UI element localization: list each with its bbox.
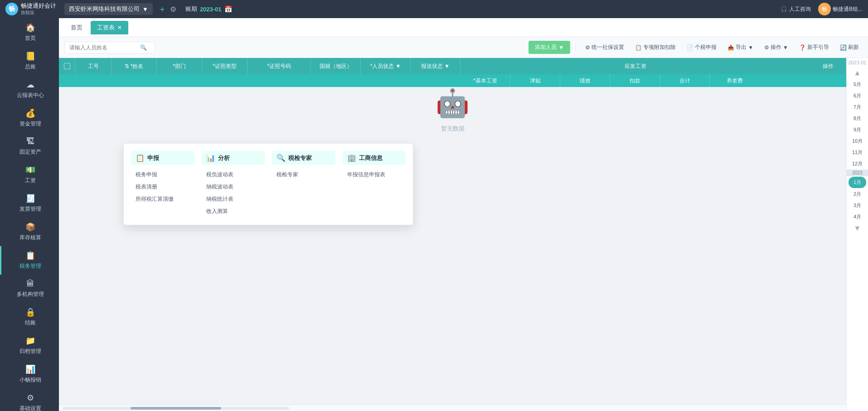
sidebar-item-invoice[interactable]: 🧾 发票管理 (0, 189, 59, 218)
empty-text: 暂无数据 (441, 125, 465, 133)
operation-icon: ⚙ (764, 44, 769, 51)
th-nationality: 国籍（地区） (311, 58, 361, 74)
th-checkbox[interactable] (59, 58, 75, 74)
logo-area: 畅 畅捷通好会计 旗舰版 (5, 2, 64, 16)
th-name: ⇅*姓名 (112, 58, 157, 74)
search-input[interactable] (69, 44, 137, 51)
tax-icon: 📋 (25, 251, 35, 261)
social-security-icon: ⚙ (585, 44, 590, 51)
support-btn[interactable]: 🎧 人工咨询 (781, 5, 811, 13)
report-status-filter-icon[interactable]: ▼ (444, 63, 450, 69)
sidebar-item-assets[interactable]: 🏗 固定资产 (0, 132, 59, 160)
sidebar-item-fund[interactable]: 💰 资金管理 (0, 104, 59, 132)
popup-item-tax-table[interactable]: 税表清册 (131, 181, 194, 193)
timeline-month-2[interactable]: 2月 (847, 189, 868, 200)
th-department: *部门 (157, 58, 202, 74)
fund-icon: 💰 (25, 108, 35, 118)
add-person-button[interactable]: 添加人员 ▼ (529, 41, 570, 54)
horizontal-scrollbar[interactable] (59, 405, 846, 411)
sidebar-item-multi-org[interactable]: 🏛 多机构管理 (0, 275, 59, 303)
inventory-icon: 📦 (25, 222, 35, 232)
popup-section-title-business: 🏢 工商信息 (343, 151, 406, 165)
header-right: 🎧 人工咨询 畅 畅捷通B组... (781, 3, 863, 15)
th-subsidy: 津贴 (510, 74, 560, 87)
sidebar: 🏠 首页 📒 总账 ☁ 云报表中心 💰 资金管理 🏗 固定资产 💵 工资 (0, 18, 59, 411)
right-timeline: 2023.01 ▲ 5月 6月 7月 8月 9月 10月 11月 12月 202… (846, 58, 868, 411)
app-edition: 旗舰版 (21, 10, 56, 16)
business-icon: 🏢 (347, 154, 356, 162)
timeline-month-9[interactable]: 9月 (847, 124, 868, 135)
popup-section-title-declaration: 📋 申报 (131, 151, 194, 165)
guide-btn[interactable]: ❓ 新手引导 (795, 42, 833, 53)
th-operation: 操作 (810, 58, 846, 74)
select-all-checkbox[interactable] (64, 63, 70, 69)
archive-icon: 📁 (25, 336, 35, 346)
tab-close-icon[interactable]: ✕ (117, 24, 122, 31)
tax-return-btn[interactable]: 📄 个税申报 (683, 42, 720, 53)
sidebar-item-archive[interactable]: 📁 归档管理 (0, 331, 59, 360)
th-deduction: 扣款 (610, 74, 660, 87)
operation-btn[interactable]: ⚙ 操作 ▼ (761, 42, 792, 53)
timeline-month-3[interactable]: 3月 (847, 200, 868, 211)
company-selector[interactable]: 西安虾米网络科技有限公司 ▼ (64, 3, 153, 15)
sidebar-item-payroll[interactable]: 💵 工资 (0, 160, 59, 189)
timeline-up-nav[interactable]: ▲ (852, 67, 863, 79)
ledger-icon: 📒 (25, 51, 35, 61)
timeline-month-5[interactable]: 5月 (847, 79, 868, 90)
sidebar-item-inventory[interactable]: 📦 库存核算 (0, 218, 59, 246)
sidebar-item-ledger[interactable]: 📒 总账 (0, 47, 59, 75)
timeline-month-12[interactable]: 12月 (847, 158, 868, 169)
operation-label: 操作 (771, 44, 781, 51)
popup-item-tax-stats[interactable]: 纳税统计表 (202, 193, 265, 205)
settings-icon[interactable]: ⚙ (170, 5, 176, 14)
popup-item-tax-settlement[interactable]: 所得税汇算清缴 (131, 193, 194, 205)
payroll-icon: 💵 (25, 165, 35, 175)
special-deduction-btn[interactable]: 📋 专项附加扣除 (631, 42, 679, 53)
avatar: 畅 (818, 3, 831, 15)
timeline-month-7[interactable]: 7月 (847, 102, 868, 113)
export-btn[interactable]: 📤 导出 ▼ (724, 42, 757, 53)
sidebar-label-cloud: 云报表中心 (17, 92, 44, 99)
refresh-btn[interactable]: 🔄 刷新 (836, 42, 863, 53)
timeline-month-11[interactable]: 11月 (847, 147, 868, 158)
add-company-icon[interactable]: ＋ (158, 4, 166, 15)
popup-item-tax-declare[interactable]: 税务申报 (131, 169, 194, 181)
timeline-month-8[interactable]: 8月 (847, 113, 868, 124)
th-employee-no: 工号 (75, 58, 112, 74)
headset-icon: 🎧 (781, 6, 787, 12)
tax-return-label: 个税申报 (695, 44, 717, 51)
timeline-month-4[interactable]: 4月 (847, 211, 868, 222)
scrollbar-thumb[interactable] (131, 407, 221, 410)
timeline-month-6[interactable]: 6月 (847, 90, 868, 102)
tab-bar: 首页 工资表 ✕ (59, 18, 868, 37)
person-status-filter-icon[interactable]: ▼ (395, 63, 401, 69)
popup-item-expert[interactable]: 税检专家 (272, 169, 335, 181)
popup-section-analysis: 📊 分析 税负波动表 纳税波动表 纳税统计表 收入测算 (202, 151, 265, 218)
top-header: 畅 畅捷通好会计 旗舰版 西安虾米网络科技有限公司 ▼ ＋ ⚙ 账期 2023-… (0, 0, 868, 18)
operation-dropdown-icon: ▼ (783, 44, 788, 51)
sidebar-item-close[interactable]: 🔒 结账 (0, 303, 59, 331)
tab-salary[interactable]: 工资表 ✕ (91, 21, 128, 34)
timeline-down-nav[interactable]: ▼ (852, 222, 863, 234)
popup-item-tax-burden[interactable]: 税负波动表 (202, 169, 265, 181)
sidebar-item-basic[interactable]: ⚙ 基础设置 (0, 388, 59, 411)
popup-item-annual-report[interactable]: 年报信息申报表 (343, 169, 406, 181)
sidebar-item-tax[interactable]: 📋 税务管理 (0, 246, 59, 275)
social-security-btn[interactable]: ⚙ 统一社保设置 (582, 42, 628, 53)
refresh-icon: 🔄 (840, 44, 847, 51)
period-value: 2023-01 (200, 6, 222, 13)
user-area[interactable]: 畅 畅捷通B组... (818, 3, 863, 15)
sidebar-item-cloud-report[interactable]: ☁ 云报表中心 (0, 75, 59, 104)
toolbar-sep-1 (576, 43, 576, 52)
popup-item-income-calc[interactable]: 收入测算 (202, 205, 265, 218)
sidebar-item-home[interactable]: 🏠 首页 (0, 18, 59, 47)
popup-section-title-expert: 🔍 税检专家 (272, 151, 335, 165)
sidebar-item-marketing[interactable]: 📊 小畅报销 (0, 360, 59, 388)
period-calendar-icon[interactable]: 📅 (224, 5, 232, 13)
expert-icon: 🔍 (276, 154, 286, 162)
timeline-month-10[interactable]: 10月 (847, 135, 868, 147)
search-box[interactable]: 🔍 (64, 42, 155, 53)
popup-item-tax-wave[interactable]: 纳税波动表 (202, 181, 265, 193)
timeline-month-1[interactable]: 1月 (849, 177, 866, 188)
tab-home[interactable]: 首页 (64, 21, 89, 34)
